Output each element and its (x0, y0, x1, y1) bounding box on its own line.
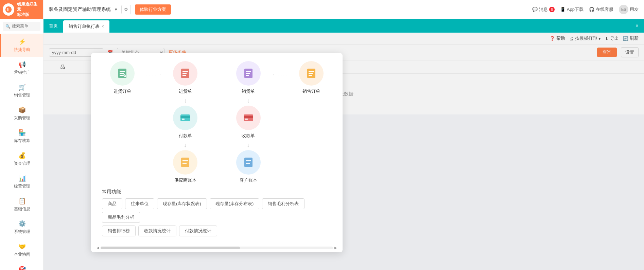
customer-ledger-circle (236, 150, 261, 175)
common-btn-stock-status[interactable]: 现存量(库存状况表) (157, 198, 207, 209)
flow-arrows-row: ↓ ↓ (102, 97, 332, 104)
node-customer-ledger-label: 客户账本 (240, 177, 257, 183)
online-service-button[interactable]: 🎧 在线客服 (589, 6, 613, 13)
message-button[interactable]: 💬 消息 6 (532, 6, 555, 13)
node-purchase-order[interactable]: 进货订单 (102, 61, 143, 94)
modal-scrollbar[interactable]: ◀ ▶ (91, 245, 343, 252)
new-guide-icon: 🎯 (18, 266, 26, 270)
enterprise-icon: 🤝 (18, 243, 26, 250)
marketing-icon: 📢 (18, 61, 26, 68)
sidebar-item-quick-nav[interactable]: ⚡ 快捷导航 (0, 34, 43, 57)
download-icon: 📱 (560, 7, 565, 12)
inventory-icon: 🏪 (18, 129, 26, 137)
scrollbar-thumb[interactable] (101, 247, 240, 249)
tab-home[interactable]: 首页 (43, 19, 63, 33)
sidebar-item-marketing[interactable]: 📢 营销推广 (0, 57, 43, 79)
sidebar-item-finance[interactable]: 💰 资金管理 (0, 148, 43, 170)
arrow-down-sales-bill: ↓ (247, 97, 250, 104)
node-sales-bill-label: 销货单 (242, 88, 255, 94)
common-btn-sales-profit[interactable]: 销售毛利分析表 (262, 198, 304, 209)
node-purchase-bill[interactable]: 进货单 (165, 61, 206, 94)
logo-icon: 6 (3, 3, 14, 16)
sales-order-circle (299, 61, 324, 86)
common-btn-product-profit[interactable]: 商品毛利分析 (102, 212, 140, 223)
tabbar-close-button[interactable]: × (636, 23, 639, 29)
node-supplier-ledger[interactable]: 供应商账本 (165, 150, 206, 183)
node-receipt-bill[interactable]: 收款单 (228, 106, 269, 139)
arrow-down-payment: ↓ (184, 142, 187, 149)
svg-rect-22 (244, 116, 253, 118)
finance-icon: 💰 (18, 152, 26, 159)
sidebar-item-new-guide[interactable]: 🎯 新手引导 (0, 262, 43, 270)
search-menu-button[interactable]: 🔍 搜索菜单 (3, 22, 40, 31)
sidebar-item-operations[interactable]: 📊 经营管理 (0, 170, 43, 193)
scroll-left-arrow[interactable]: ◀ (97, 246, 99, 250)
node-purchase-order-label: 进货订单 (114, 88, 131, 94)
node-sales-bill[interactable]: 销货单 (228, 61, 269, 94)
avatar: Ea (619, 5, 628, 14)
node-receipt-bill-label: 收款单 (242, 133, 255, 139)
main-area: 装备及固定资产辅助管理系统 ▾ ⚙ 体验行业方案 💬 消息 6 📱 App下载 (43, 0, 644, 270)
sales-bill-circle (236, 61, 261, 86)
arrow-down-purchase-bill: ↓ (184, 97, 187, 104)
user-menu[interactable]: Ea 用友 (619, 5, 639, 14)
node-sales-order[interactable]: 销售订单 (291, 61, 332, 94)
purchase-order-circle (110, 61, 135, 86)
sidebar-search-area: 🔍 搜索菜单 (0, 19, 43, 34)
experience-button[interactable]: 体验行业方案 (135, 4, 171, 15)
common-btn-sales-rank[interactable]: 销售排行榜 (102, 226, 136, 236)
system-dropdown[interactable]: ▾ (115, 7, 117, 12)
node-payment-bill-label: 付款单 (179, 133, 192, 139)
sales-icon: 🛒 (18, 84, 26, 91)
operations-icon: 📊 (18, 175, 26, 182)
common-btn-stock-dist[interactable]: 现存量(库存分布表) (210, 198, 260, 209)
node-customer-ledger[interactable]: 客户账本 (228, 150, 269, 183)
modal-content: 进货订单 - - - - → 进货单 (91, 53, 343, 245)
node-sales-order-label: 销售订单 (302, 88, 320, 94)
common-btn-product[interactable]: 商品 (102, 198, 122, 209)
sidebar-item-purchase[interactable]: 📦 采购管理 (0, 102, 43, 125)
flow-row-2: 付款单 收款单 (102, 106, 332, 139)
node-payment-bill[interactable]: 付款单 (165, 106, 206, 139)
supplier-ledger-circle (173, 150, 197, 175)
topbar-right: 💬 消息 6 📱 App下载 🎧 在线客服 Ea 用友 (532, 5, 639, 14)
common-functions-title: 常用功能 (102, 189, 332, 195)
flow-arrows-row-2: ↓ ↓ (102, 142, 332, 149)
receipt-bill-circle (236, 106, 261, 130)
system-title: 装备及固定资产辅助管理系统 (49, 6, 111, 13)
message-badge: 6 (549, 7, 555, 12)
common-btn-receipt-stats[interactable]: 收款情况统计 (138, 226, 176, 236)
purchase-bill-circle (173, 61, 197, 86)
sidebar-logo: 6 畅康通好生意 标准版 (0, 0, 43, 19)
app-download-button[interactable]: 📱 App下载 (560, 6, 584, 13)
flow-row-3: 供应商账本 客户账本 (102, 150, 332, 183)
common-buttons-row-1: 商品 往来单位 现存量(库存状况表) 现存量(库存分布表) 销售毛利分析表 商品… (102, 198, 332, 223)
gear-icon: ⚙ (124, 7, 128, 12)
scroll-right-arrow[interactable]: ▶ (334, 246, 337, 250)
sidebar-item-inventory[interactable]: 🏪 库存核算 (0, 125, 43, 148)
sys-mgmt-icon: ⚙️ (18, 220, 26, 228)
settings-button[interactable]: ⚙ (121, 5, 131, 14)
sidebar-item-sys-mgmt[interactable]: ⚙️ 系统管理 (0, 216, 43, 239)
arrow-purchase-to-bill: - - - - → (143, 72, 165, 84)
logo-text: 畅康通好生意 标准版 (17, 2, 40, 18)
modal-overlay: 进货订单 - - - - → 进货单 (43, 33, 644, 270)
svg-text:6: 6 (7, 7, 9, 12)
flow-row-1: 进货订单 - - - - → 进货单 (102, 61, 332, 94)
chevron-down-icon: ▾ (115, 7, 117, 12)
sidebar-item-enterprise[interactable]: 🤝 企业协同 (0, 239, 43, 262)
common-btn-payment-stats[interactable]: 付款情况统计 (179, 226, 217, 236)
tab-sales-execution[interactable]: 销售订单执行表 × (63, 20, 109, 33)
quick-nav-icon: ⚡ (18, 38, 26, 46)
common-btn-contacts[interactable]: 往来单位 (125, 198, 154, 209)
svg-rect-19 (180, 116, 190, 118)
purchase-icon: 📦 (18, 106, 26, 114)
arrow-sales-order-to-bill: ← - - - - (269, 72, 291, 84)
payment-bill-circle (173, 106, 197, 130)
sidebar: 6 畅康通好生意 标准版 🔍 搜索菜单 ⚡ 快捷导航 📢 营销推广 🛒 (0, 0, 43, 270)
sidebar-item-basic-info[interactable]: 📋 基础信息 (0, 193, 43, 216)
arrow-down-receipt: ↓ (247, 142, 250, 149)
sidebar-item-sales[interactable]: 🛒 销售管理 (0, 79, 43, 102)
tab-close-button[interactable]: × (102, 24, 104, 29)
tabbar: 首页 销售订单执行表 × × (43, 19, 644, 33)
